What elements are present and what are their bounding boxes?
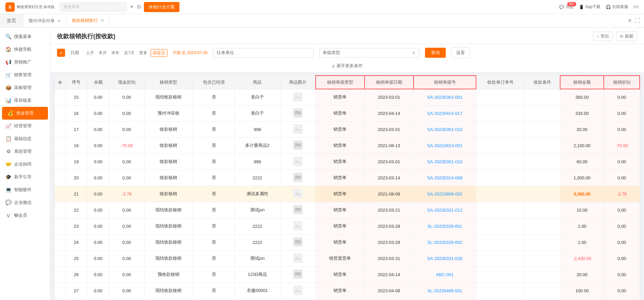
bill-type-filter[interactable]: 单据类型 ▼	[319, 48, 420, 57]
sidebar-item-smarthw[interactable]: 💻 智能硬件	[0, 183, 50, 196]
svg-point-9	[296, 160, 297, 161]
table-cell: 销货单	[316, 299, 365, 300]
date-more[interactable]: 更多	[138, 49, 149, 56]
table-cell	[280, 89, 316, 105]
table-cell: 测试jun	[234, 202, 280, 218]
table-cell[interactable]: SA-20230301-001	[414, 89, 476, 105]
col-balance: 余额	[87, 76, 109, 89]
close-all-icon[interactable]: ✕	[628, 17, 632, 24]
table-cell: -2,430.00	[560, 250, 604, 266]
sidebar-item-quicknav[interactable]: 🏠 快捷导航	[0, 43, 50, 56]
table-row: 210.00-2.76收款核销否测试多属性销货单2021-08-08SA-202…	[55, 186, 640, 202]
export-button[interactable]: ↑ 导出	[593, 32, 613, 41]
tab-home[interactable]: 首页	[0, 14, 23, 27]
partner-filter-input[interactable]: 往来单位 ...	[213, 48, 314, 57]
table-cell: 现结收款核销	[144, 283, 193, 299]
sidebar-item-wechat[interactable]: 💬 企业微信	[0, 196, 50, 209]
dropdown-icon[interactable]: ▼	[129, 4, 134, 9]
date-this-month[interactable]: 本月	[97, 49, 108, 56]
sidebar-item-basicinfo[interactable]: 📋 基础信息	[0, 132, 50, 145]
table-cell: 17	[65, 121, 87, 137]
sidebar-item-sales[interactable]: 🛒 销售管理	[0, 69, 50, 81]
gear-icon[interactable]: ⚙	[137, 4, 141, 10]
sidebar-item-guide[interactable]: 🎓 新手引导	[0, 171, 50, 183]
sidebar-item-finance[interactable]: 💰 资金管理	[2, 107, 48, 120]
sidebar-item-inventory[interactable]: 📊 库存核算	[0, 94, 50, 107]
refresh-button[interactable]: ↻ 刷新	[616, 32, 637, 41]
table-cell[interactable]: SL-20230408-001	[414, 283, 476, 299]
member-icon: V	[5, 213, 11, 218]
filter-settings-button[interactable]: 设置	[451, 47, 470, 58]
finance-icon: 💰	[7, 110, 13, 116]
table-cell: 0.00	[87, 137, 109, 154]
sidebar-item-search[interactable]: 🔍 搜索菜单	[0, 30, 50, 43]
tab-prepay[interactable]: 预付冲应付单 ✕	[23, 14, 66, 27]
tab-receipt-close[interactable]: ✕	[101, 18, 104, 23]
table-cell: 预收款核销	[144, 266, 193, 283]
sidebar-label-basicinfo: 基础信息	[14, 136, 32, 142]
table-cell[interactable]: SA-20210813-001	[414, 137, 476, 154]
date-last-month[interactable]: 上月	[85, 49, 95, 56]
filter-row-main: » 日期 上月 本月 本年 近7天 更多 自定义 不限 至 2023-07-26…	[57, 47, 637, 58]
online-service-button[interactable]: 🎧 在线客服	[606, 4, 628, 10]
col-bill-no: 核销单据号	[414, 76, 476, 89]
tab-receipt[interactable]: 收款核销执行 ✕	[66, 14, 110, 27]
table-cell[interactable]: SL-20230418-001	[414, 299, 476, 300]
table-cell[interactable]: SA-20230414-017	[414, 105, 476, 121]
table-cell: 0.00	[604, 89, 640, 105]
expand-row: ∨ 展开更多条件	[57, 58, 637, 69]
message-button[interactable]: 💬 消息 99+	[559, 4, 574, 10]
expand-conditions-button[interactable]: ∨ 展开更多条件	[332, 63, 363, 69]
smarthw-icon: 💻	[5, 187, 11, 193]
table-cell[interactable]: SA-20230301-010	[414, 154, 476, 170]
date-this-year[interactable]: 本年	[110, 49, 121, 56]
table-cell	[280, 186, 316, 202]
table-cell[interactable]: SA-20210808-001	[414, 186, 476, 202]
table-cell	[55, 202, 65, 218]
col-receipt-condition: 收款条件	[525, 76, 560, 89]
table-cell: 20	[65, 170, 87, 186]
sidebar-item-purchase[interactable]: 📦 采购管理	[0, 81, 50, 94]
app-download-button[interactable]: 📱 App下载	[579, 4, 600, 10]
table-cell	[525, 266, 560, 283]
table-cell[interactable]: SA-20230321-012	[414, 202, 476, 218]
sidebar-item-enterprise[interactable]: 🤝 企业协同	[0, 158, 50, 171]
export-label: 导出	[600, 33, 609, 39]
table-cell[interactable]: SL-20230328-001	[414, 218, 476, 234]
table-cell: 0.00	[87, 250, 109, 266]
table-header-row: ⚙ 序号 余额 现金折扣 核销类型 包含已结清 商品 商品图片 核销单据类型 核…	[55, 76, 640, 89]
table-cell	[55, 89, 65, 105]
service-icon: 🎧	[606, 5, 611, 9]
table-row: 190.000.00收款核销否999销货单2023-03-01SA-202303…	[55, 154, 640, 170]
date-custom[interactable]: 自定义	[151, 49, 167, 57]
table-row: 250.000.00现结收款核销否测试jun销货退货单2023-03-31SA-…	[55, 250, 640, 266]
table-cell: 2021-08-08	[365, 186, 414, 202]
table-row: 150.000.00现结收款核销否老白干销货单2023-03-01SA-2023…	[55, 89, 640, 105]
table-cell[interactable]: SA-20230301-010	[414, 121, 476, 137]
table-cell: 销货单	[316, 202, 365, 218]
tab-prepay-close[interactable]: ✕	[57, 18, 61, 23]
maximize-icon[interactable]: ⛶	[635, 18, 640, 24]
table-cell[interactable]: SA-20230331-026	[414, 250, 476, 266]
table-cell[interactable]: SA-20230314-008	[414, 170, 476, 186]
col-settings[interactable]: ⚙	[55, 76, 65, 89]
table-cell: 销货单	[316, 283, 365, 299]
filter-toggle-button[interactable]: »	[57, 49, 65, 57]
table-cell: 2022-04-14	[365, 266, 414, 283]
table-cell: 0.00	[604, 121, 640, 137]
date-range-display: 不限 至 2023-07-26	[173, 50, 208, 56]
sidebar-item-member[interactable]: V 畅会员	[0, 209, 50, 222]
query-button[interactable]: 查询	[425, 48, 446, 58]
sidebar-item-marketing[interactable]: 📢 营销推广	[0, 56, 50, 69]
table-cell	[476, 299, 525, 300]
table-cell	[55, 218, 65, 234]
sidebar-item-operations[interactable]: 📈 经营管理	[0, 120, 50, 132]
sidebar-item-sysmgmt[interactable]: ⚙ 系统管理	[0, 145, 50, 158]
svg-point-5	[296, 127, 297, 129]
table-cell	[55, 299, 65, 300]
table-cell[interactable]: ABC-001	[414, 266, 476, 283]
table-cell[interactable]: SL-20230328-002	[414, 234, 476, 250]
date-last-7-days[interactable]: 近7天	[123, 49, 136, 56]
svg-point-17	[296, 224, 297, 225]
industry-button[interactable]: 休验行业方案	[144, 2, 179, 12]
